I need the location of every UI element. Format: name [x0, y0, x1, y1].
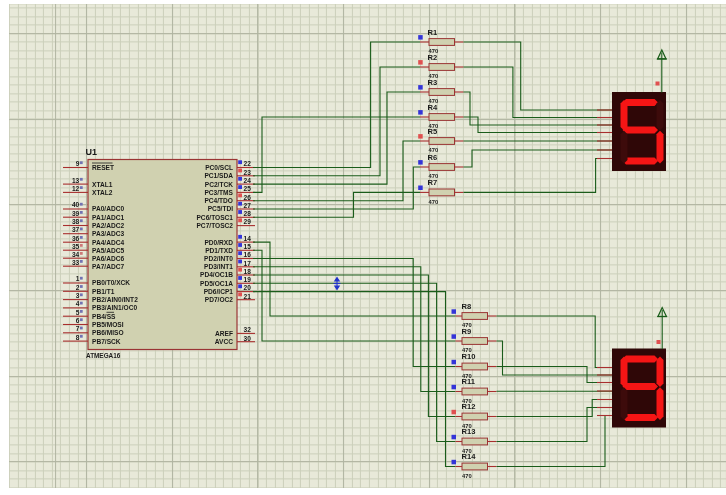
svg-text:470: 470: [462, 473, 472, 479]
svg-text:29: 29: [244, 218, 252, 225]
svg-text:PD6/ICP1: PD6/ICP1: [204, 288, 234, 295]
svg-text:PA7/ADC7: PA7/ADC7: [92, 263, 124, 270]
svg-text:4: 4: [76, 300, 80, 307]
svg-text:26: 26: [244, 194, 252, 201]
svg-text:3: 3: [76, 292, 80, 299]
svg-text:9: 9: [76, 160, 80, 167]
svg-text:8: 8: [76, 334, 80, 341]
svg-text:PD1/TXD: PD1/TXD: [205, 247, 233, 254]
svg-text:R2: R2: [428, 53, 438, 62]
svg-text:PC7/TOSC2: PC7/TOSC2: [196, 222, 233, 229]
svg-text:AREF: AREF: [215, 330, 233, 337]
svg-text:PA6/ADC6: PA6/ADC6: [92, 255, 124, 262]
svg-text:XTAL1: XTAL1: [92, 181, 113, 188]
svg-text:R3: R3: [428, 78, 438, 87]
svg-text:PD2/INT0: PD2/INT0: [204, 255, 233, 262]
svg-text:40: 40: [72, 201, 80, 208]
svg-text:2: 2: [76, 284, 80, 291]
svg-text:PB2/AIN0/INT2: PB2/AIN0/INT2: [92, 296, 138, 303]
svg-text:7: 7: [76, 325, 80, 332]
svg-text:39: 39: [72, 210, 80, 217]
svg-text:35: 35: [72, 243, 80, 250]
svg-text:PC6/TOSC1: PC6/TOSC1: [196, 214, 233, 221]
svg-text:19: 19: [244, 276, 252, 283]
svg-text:R8: R8: [462, 302, 472, 311]
svg-text:R4: R4: [428, 103, 438, 112]
svg-text:U1: U1: [86, 147, 98, 157]
svg-text:PB4/SS: PB4/SS: [92, 313, 116, 320]
svg-text:R1: R1: [428, 28, 438, 37]
svg-text:PB1/T1: PB1/T1: [92, 288, 115, 295]
svg-text:R13: R13: [462, 427, 476, 436]
svg-text:AVCC: AVCC: [215, 338, 233, 345]
svg-text:38: 38: [72, 218, 80, 225]
svg-text:ATMEGA16: ATMEGA16: [86, 352, 121, 359]
svg-text:21: 21: [244, 293, 252, 300]
svg-text:36: 36: [72, 235, 80, 242]
svg-text:PD5/OC1A: PD5/OC1A: [200, 280, 233, 287]
svg-text:PC3/TMS: PC3/TMS: [204, 189, 233, 196]
svg-text:PC2/TCK: PC2/TCK: [205, 181, 233, 188]
svg-text:XTAL2: XTAL2: [92, 189, 113, 196]
svg-text:PA3/ADC3: PA3/ADC3: [92, 230, 124, 237]
svg-text:5: 5: [76, 309, 80, 316]
svg-text:15: 15: [244, 243, 252, 250]
svg-text:PD3/INT1: PD3/INT1: [204, 263, 233, 270]
svg-text:30: 30: [244, 335, 252, 342]
svg-text:PC4/TDO: PC4/TDO: [204, 197, 233, 204]
svg-text:R12: R12: [462, 402, 476, 411]
svg-text:24: 24: [244, 177, 252, 184]
svg-text:PB6/MISO: PB6/MISO: [92, 329, 124, 336]
svg-text:PB7/SCK: PB7/SCK: [92, 338, 121, 345]
svg-text:PC5/TDI: PC5/TDI: [208, 205, 233, 212]
svg-text:6: 6: [76, 317, 80, 324]
svg-text:37: 37: [72, 226, 80, 233]
svg-text:23: 23: [244, 169, 252, 176]
svg-text:13: 13: [72, 177, 80, 184]
svg-text:33: 33: [72, 259, 80, 266]
svg-text:1: 1: [76, 275, 80, 282]
svg-text:PC1/SDA: PC1/SDA: [204, 172, 233, 179]
svg-text:PD4/OC1B: PD4/OC1B: [200, 271, 233, 278]
svg-text:PA0/ADC0: PA0/ADC0: [92, 205, 124, 212]
svg-text:RESET: RESET: [92, 164, 114, 171]
svg-text:25: 25: [244, 185, 252, 192]
svg-text:20: 20: [244, 284, 252, 291]
svg-text:PA5/ADC5: PA5/ADC5: [92, 247, 124, 254]
svg-text:PB3/AIN1/OC0: PB3/AIN1/OC0: [92, 304, 137, 311]
svg-text:PA4/ADC4: PA4/ADC4: [92, 239, 124, 246]
svg-text:32: 32: [244, 326, 252, 333]
svg-text:R14: R14: [462, 452, 477, 461]
svg-text:470: 470: [429, 199, 439, 205]
svg-text:R9: R9: [462, 327, 472, 336]
svg-text:27: 27: [244, 202, 252, 209]
svg-text:R6: R6: [428, 153, 438, 162]
svg-text:PD0/RXD: PD0/RXD: [204, 239, 233, 246]
svg-text:17: 17: [244, 260, 252, 267]
svg-text:R11: R11: [462, 377, 476, 386]
svg-text:R5: R5: [428, 127, 438, 136]
svg-text:PB0/T0/XCK: PB0/T0/XCK: [92, 279, 130, 286]
svg-text:PA1/ADC1: PA1/ADC1: [92, 214, 124, 221]
svg-text:22: 22: [244, 160, 252, 167]
svg-text:PD7/OC2: PD7/OC2: [205, 296, 234, 303]
svg-text:PC0/SCL: PC0/SCL: [205, 164, 233, 171]
svg-text:PA2/ADC2: PA2/ADC2: [92, 222, 124, 229]
svg-text:28: 28: [244, 210, 252, 217]
svg-text:12: 12: [72, 185, 80, 192]
svg-text:14: 14: [244, 235, 252, 242]
svg-text:R10: R10: [462, 352, 476, 361]
svg-text:18: 18: [244, 268, 252, 275]
svg-text:34: 34: [72, 251, 80, 258]
svg-text:PB5/MOSI: PB5/MOSI: [92, 321, 124, 328]
svg-text:R7: R7: [428, 178, 438, 187]
svg-text:16: 16: [244, 251, 252, 258]
